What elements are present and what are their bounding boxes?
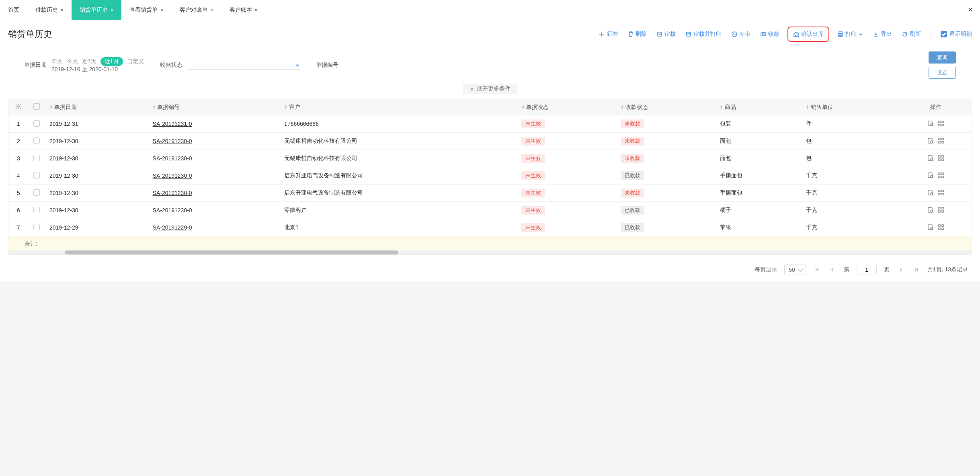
- filter-collect-status-label: 收款状态: [160, 62, 182, 69]
- expand-more-filters[interactable]: 展开更多条件: [463, 84, 517, 94]
- more-actions-icon[interactable]: [938, 137, 944, 145]
- sort-icon[interactable]: ▲▼: [720, 105, 723, 110]
- date-quick-1month[interactable]: 近1月: [100, 57, 123, 66]
- audit-print-button[interactable]: 审核并打印: [685, 31, 722, 38]
- row-checkbox[interactable]: [33, 189, 40, 196]
- view-detail-icon[interactable]: [927, 189, 934, 197]
- date-quick-custom[interactable]: 自定义: [127, 58, 144, 65]
- svg-point-8: [18, 106, 19, 107]
- svg-rect-25: [939, 159, 940, 160]
- close-icon[interactable]: ×: [254, 7, 258, 13]
- select-all-checkbox[interactable]: [33, 103, 40, 110]
- more-actions-icon[interactable]: [938, 207, 944, 214]
- view-detail-icon[interactable]: [927, 207, 934, 214]
- show-detail-toggle[interactable]: 显示明细: [941, 31, 972, 38]
- doc-no-link[interactable]: SA-20191230-0: [153, 138, 192, 144]
- more-actions-icon[interactable]: [938, 155, 944, 162]
- more-actions-icon[interactable]: [938, 172, 944, 180]
- add-button[interactable]: 新增: [599, 31, 618, 38]
- prev-page-button[interactable]: [828, 266, 836, 274]
- checkbox-checked-icon: [941, 31, 947, 37]
- col-doc-status: 单据状态: [526, 104, 549, 110]
- doc-no-link[interactable]: SA-20191231-0: [153, 121, 192, 127]
- sort-icon[interactable]: ▲▼: [521, 105, 525, 110]
- close-icon[interactable]: ×: [160, 7, 163, 13]
- confirm-out-button[interactable]: 确认出库: [787, 27, 829, 42]
- col-action: 操作: [930, 104, 941, 110]
- row-checkbox[interactable]: [33, 224, 40, 230]
- cell-customer: 启东升亚电气设备制造有限公司: [279, 167, 517, 185]
- last-page-button[interactable]: [912, 266, 920, 274]
- date-quick-7days[interactable]: 近7天: [82, 58, 96, 65]
- cell-customer: 北京1: [279, 219, 517, 236]
- date-range-display[interactable]: 2019-12-10 至 2020-01-10: [51, 66, 144, 73]
- cell-date: 2019-12-30: [45, 185, 148, 202]
- view-detail-icon[interactable]: [927, 137, 934, 145]
- sort-icon[interactable]: ▲▼: [806, 105, 809, 110]
- export-button[interactable]: 导出: [873, 31, 892, 38]
- sort-icon[interactable]: ▲▼: [284, 105, 287, 110]
- collect-status-badge: 未收款: [621, 154, 644, 163]
- more-actions-icon[interactable]: [938, 189, 944, 197]
- col-collect-status: 收款状态: [625, 104, 648, 110]
- tab-sales-history[interactable]: 销货单历史×: [72, 0, 121, 20]
- close-icon[interactable]: ×: [60, 7, 64, 13]
- doc-no-input[interactable]: [343, 64, 456, 67]
- doc-status-badge: 未生效: [521, 137, 545, 146]
- col-date: 单据日期: [54, 104, 77, 110]
- row-checkbox[interactable]: [33, 207, 40, 213]
- col-docno: 单据编号: [157, 104, 180, 110]
- more-actions-icon[interactable]: [938, 120, 944, 128]
- doc-no-link[interactable]: SA-20191230-0: [153, 207, 192, 213]
- audit-button[interactable]: 审核: [656, 31, 676, 38]
- collect-status-select[interactable]: [187, 61, 300, 70]
- tab-view-sales[interactable]: 查看销货单×: [121, 0, 171, 20]
- tab-payment-history[interactable]: 付款历史×: [27, 0, 72, 20]
- doc-no-link[interactable]: SA-20191230-0: [153, 190, 192, 196]
- tab-home[interactable]: 首页: [0, 0, 27, 20]
- settings-button[interactable]: 设置: [929, 67, 956, 79]
- row-index: 2: [8, 133, 29, 150]
- svg-rect-32: [942, 176, 943, 178]
- horizontal-scrollbar[interactable]: [8, 250, 972, 254]
- gear-icon[interactable]: [15, 105, 22, 111]
- date-quick-today[interactable]: 今天: [67, 58, 78, 65]
- refresh-button[interactable]: 刷新: [902, 31, 921, 38]
- view-detail-icon[interactable]: [927, 172, 934, 180]
- date-quick-yesterday[interactable]: 昨天: [51, 58, 63, 65]
- first-page-button[interactable]: [813, 266, 821, 274]
- row-checkbox[interactable]: [33, 137, 40, 144]
- cell-unit: 件: [801, 115, 900, 133]
- doc-no-link[interactable]: SA-20191230-0: [153, 155, 192, 162]
- view-detail-icon[interactable]: [927, 224, 934, 232]
- doc-no-link[interactable]: SA-20191230-0: [153, 172, 192, 179]
- page-input[interactable]: [857, 265, 877, 275]
- svg-point-4: [763, 33, 764, 35]
- close-all-tabs[interactable]: ×: [965, 5, 976, 14]
- doc-no-link[interactable]: SA-20191229-0: [153, 224, 192, 231]
- close-icon[interactable]: ×: [110, 7, 113, 13]
- tab-customer-statement[interactable]: 客户对账单×: [172, 0, 221, 20]
- row-index: 1: [8, 115, 29, 133]
- row-checkbox[interactable]: [33, 172, 40, 178]
- sort-icon[interactable]: ▲▼: [621, 105, 624, 110]
- row-checkbox[interactable]: [33, 155, 40, 161]
- svg-rect-37: [939, 193, 940, 195]
- query-button[interactable]: 查询: [929, 51, 956, 64]
- tab-customer-ledger[interactable]: 客户账本×: [221, 0, 266, 20]
- more-actions-icon[interactable]: [938, 224, 944, 232]
- row-checkbox[interactable]: [33, 120, 40, 127]
- per-page-select[interactable]: 50: [784, 265, 806, 275]
- close-icon[interactable]: ×: [210, 7, 213, 13]
- view-detail-icon[interactable]: [927, 120, 934, 128]
- table-row: 42019-12-30SA-20191230-0启东升亚电气设备制造有限公司未生…: [8, 167, 972, 185]
- collect-button[interactable]: 收款: [760, 31, 779, 38]
- delete-button[interactable]: 删除: [627, 31, 647, 38]
- unaudit-button[interactable]: 弃审: [731, 31, 750, 38]
- print-button[interactable]: 打印: [837, 31, 863, 38]
- svg-rect-31: [939, 176, 940, 178]
- view-detail-icon[interactable]: [927, 155, 934, 162]
- sort-icon[interactable]: ▲▼: [153, 105, 156, 110]
- next-page-button[interactable]: [897, 266, 905, 274]
- sort-icon[interactable]: ▲▼: [49, 105, 53, 110]
